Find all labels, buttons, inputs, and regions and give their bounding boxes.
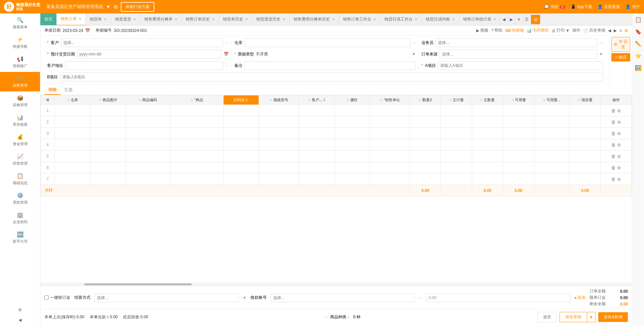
tab-ledger-daily[interactable]: 钱货日清工作台 ✕: [380, 13, 422, 26]
toolbar-grid-view-btn[interactable]: ⊞: [624, 28, 628, 33]
tab-detail[interactable]: 明细: [44, 86, 61, 95]
rp-star-btn[interactable]: ⭐: [634, 51, 643, 60]
sidebar-item-guide[interactable]: 🆕 新手引导: [0, 228, 40, 247]
sidebar-item-purchase[interactable]: 📦 采购管理: [0, 91, 40, 111]
tab-order-workbench[interactable]: 销售订单工作台 ✕: [339, 13, 380, 26]
delivery-calendar-icon[interactable]: 📅: [224, 52, 229, 56]
toolbar-prev-record-btn[interactable]: ◀: [608, 28, 611, 33]
warehouse-input[interactable]: 成品库: [244, 38, 411, 47]
row-copy-icon-1[interactable]: ⊕: [617, 108, 621, 113]
row-delete-icon-3[interactable]: 🗑: [611, 131, 616, 136]
row-copy-icon-2[interactable]: ⊕: [617, 119, 621, 125]
tab-close-expense[interactable]: ✕: [175, 17, 177, 21]
sidebar-collapse-btn[interactable]: ◀: [0, 315, 40, 325]
calendar-icon[interactable]: 📅: [85, 28, 90, 33]
row-copy-icon-6[interactable]: ⊕: [617, 165, 621, 170]
tab-close-summary[interactable]: ✕: [493, 17, 496, 21]
row-copy-icon-3[interactable]: ⊕: [617, 131, 621, 136]
tab-sales-expense[interactable]: 销售费用分摊单 ✕: [140, 13, 182, 26]
save-draft-btn[interactable]: 保存草稿: [560, 312, 587, 322]
rp-clipboard-btn[interactable]: 📋: [634, 15, 643, 24]
rp-bookmark-btn[interactable]: 🔖: [634, 27, 643, 36]
a-project-input[interactable]: [438, 61, 603, 70]
payment-method-dropdown-icon[interactable]: ▼: [242, 295, 247, 300]
tab-sales-order[interactable]: 销售订单 ✕: [56, 13, 86, 26]
toolbar-help-btn[interactable]: ? 帮助: [491, 28, 502, 33]
user-btn[interactable]: 👤 用户: [626, 4, 640, 10]
tab-next-btn[interactable]: ▶: [508, 13, 515, 26]
customer-addr-input[interactable]: [65, 61, 223, 70]
row-delete-icon-4[interactable]: 🗑: [611, 142, 616, 148]
salesperson-input[interactable]: [435, 38, 598, 47]
tab-close-refund[interactable]: ✕: [133, 17, 136, 21]
tab-menu-btn[interactable]: ☰: [523, 13, 531, 26]
sidebar-item-search[interactable]: 🔍 搜索菜单: [0, 13, 40, 33]
delivery-date-input[interactable]: [77, 50, 222, 58]
industry-btn[interactable]: 体验行业方案: [121, 2, 154, 12]
remarks-input[interactable]: [244, 61, 416, 70]
tab-home[interactable]: 首页: [40, 13, 56, 26]
save-new-btn[interactable]: 保存&新增: [598, 312, 628, 322]
toolbar-shortcut-btn[interactable]: ⌨ 快捷键: [505, 28, 524, 33]
toolbar-actions-btn[interactable]: 操作: [572, 28, 580, 33]
settings-icon[interactable]: ⚙: [113, 4, 118, 10]
tab-close-order-history[interactable]: ✕: [212, 17, 215, 21]
toolbar-next-record-btn[interactable]: ▶: [614, 28, 617, 33]
sidebar-item-marketing[interactable]: 📢 营销推广: [0, 52, 40, 72]
tab-ledger-reconcile[interactable]: 钱货日清对账 ✕: [422, 13, 459, 26]
online-service-btn[interactable]: 👤 在线客服: [598, 4, 620, 10]
toolbar-history-btn[interactable]: 📄 历史单据: [583, 28, 605, 33]
sidebar-item-quicknav[interactable]: ⚡ 快捷导航: [0, 33, 40, 52]
tab-prev-btn[interactable]: ◀: [500, 13, 508, 26]
row-copy-icon-7[interactable]: ⊕: [617, 176, 621, 182]
sidebar-settings-btn[interactable]: ⚙: [0, 305, 40, 315]
row-copy-icon-4[interactable]: ⊕: [617, 142, 621, 148]
tab-close-reconcile[interactable]: ✕: [452, 17, 455, 21]
tab-expense-history[interactable]: 销售费用分摊单历史 ✕: [290, 13, 339, 26]
rp-image-btn[interactable]: 🖼️: [634, 63, 643, 73]
warehouse-more-btn[interactable]: ···: [412, 40, 416, 45]
message-btn[interactable]: 💬 消息 9: [544, 4, 565, 10]
add-payment-btn[interactable]: ● 添加: [574, 295, 585, 300]
order-source-input[interactable]: [440, 50, 597, 58]
tab-close-returns-history[interactable]: ✕: [245, 17, 248, 21]
tab-sales-returns[interactable]: 销货单 ✕: [86, 13, 111, 26]
invoice-dropdown-icon[interactable]: ▼: [412, 52, 416, 56]
payment-method-input[interactable]: [94, 293, 238, 302]
discard-btn[interactable]: 放弃: [537, 312, 557, 322]
scroll-thumb[interactable]: [84, 283, 192, 285]
tab-close-workbench[interactable]: ✕: [373, 17, 376, 21]
tab-sales-refund[interactable]: 销货退货 ✕: [111, 13, 140, 26]
app-download-btn[interactable]: 📱 App下载: [571, 4, 592, 10]
sidebar-item-system[interactable]: ⚙️ 系统管理: [0, 189, 40, 208]
col-settings[interactable]: ⚙: [41, 95, 55, 105]
customer-more-btn[interactable]: ···: [225, 40, 229, 45]
table-wrapper[interactable]: ⚙ ⇅ 仓库 ⇅ 商品图片 ⇅ 商品编码 ⇅ *商品 扫码录入 ⇅ 规格型号 ⇅…: [40, 95, 632, 283]
tab-close-returns[interactable]: ✕: [104, 17, 107, 21]
addr-more-btn[interactable]: ···: [225, 63, 229, 68]
sidebar-item-basic[interactable]: 📋 基础信息: [0, 169, 40, 189]
row-delete-icon-5[interactable]: 🗑: [611, 154, 616, 159]
due-info-icon[interactable]: ℹ: [107, 315, 109, 319]
sidebar-item-finance[interactable]: 💰 资金管理: [0, 130, 40, 150]
toolbar-list-view-btn[interactable]: ≡: [619, 28, 622, 33]
order-source-dropdown-icon[interactable]: ▼: [599, 52, 603, 56]
salesperson-more-btn[interactable]: ···: [600, 40, 603, 45]
sidebar-item-inventory[interactable]: 📊 库存核算: [0, 111, 40, 130]
tab-close-sales-order[interactable]: ✕: [79, 17, 81, 21]
addgoods-side-btn[interactable]: + 物流: [611, 53, 630, 62]
row-copy-icon-5[interactable]: ⊕: [617, 154, 621, 159]
row-delete-icon-7[interactable]: 🗑: [611, 176, 616, 182]
rp-edit-btn[interactable]: ✏️: [634, 39, 643, 48]
settings-side-btn[interactable]: ⚙ ⚙ 设置: [611, 37, 630, 52]
row-delete-icon-6[interactable]: 🗑: [611, 165, 616, 170]
tab-order-history[interactable]: 销售订单历史 ✕: [182, 13, 219, 26]
toolbar-print-btn[interactable]: 🖨 打印 ▼: [552, 28, 570, 33]
quick-deposit-checkbox[interactable]: 一键收订金: [44, 295, 70, 300]
quick-deposit-input[interactable]: [44, 295, 49, 300]
tab-close-expense-history[interactable]: ✕: [332, 17, 335, 21]
save-draft-dropdown-btn[interactable]: ▼: [587, 312, 596, 322]
row-delete-icon-2[interactable]: 🗑: [611, 119, 616, 125]
account-more-btn[interactable]: ···: [419, 295, 422, 300]
tab-close-ledger[interactable]: ✕: [415, 17, 417, 21]
